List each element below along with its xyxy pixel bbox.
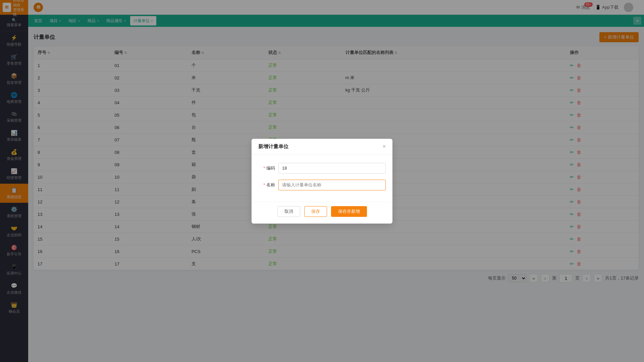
code-row: 编码 — [258, 163, 386, 174]
add-unit-modal: 新增计量单位 × 编码 名称 取消 保存 保存并新增 — [252, 139, 392, 224]
modal-footer: 取消 保存 保存并新增 — [252, 202, 392, 224]
modal-header: 新增计量单位 × — [252, 139, 392, 155]
code-input[interactable] — [278, 163, 386, 174]
name-input[interactable] — [278, 180, 386, 190]
modal-overlay[interactable]: 新增计量单位 × 编码 名称 取消 保存 保存并新增 — [28, 0, 644, 362]
name-label: 名称 — [258, 182, 278, 188]
modal-title: 新增计量单位 — [258, 143, 288, 150]
cancel-button[interactable]: 取消 — [277, 206, 300, 217]
code-label: 编码 — [258, 165, 278, 171]
modal-body: 编码 名称 — [252, 155, 392, 202]
main-area: 稻 ✉ 消息 99+ 📱 App下载 首页 项目 × 地区 — [28, 0, 644, 362]
name-row: 名称 — [258, 180, 386, 190]
save-and-add-button[interactable]: 保存并新增 — [331, 206, 367, 217]
modal-close-button[interactable]: × — [383, 144, 386, 149]
save-button[interactable]: 保存 — [304, 206, 327, 217]
